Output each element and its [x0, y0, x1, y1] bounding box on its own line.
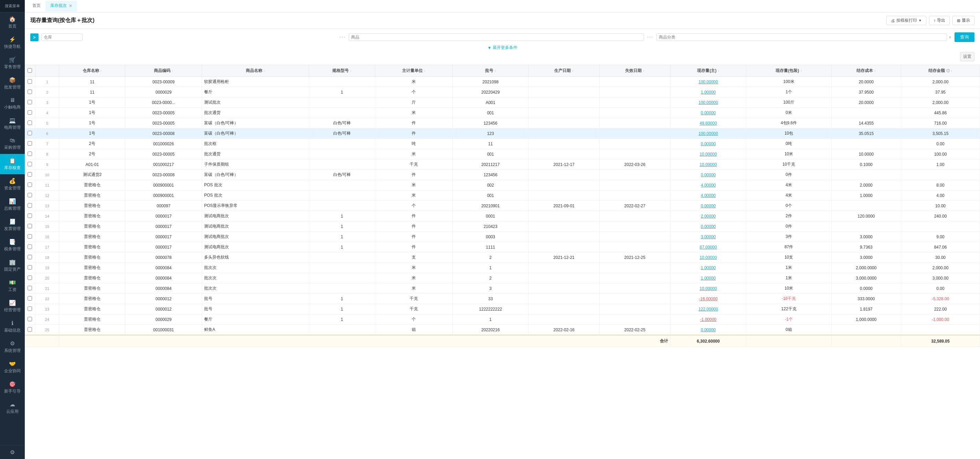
row-checkbox[interactable]	[27, 79, 32, 84]
sidebar-item-guide[interactable]: 🎯 新手引导	[0, 378, 25, 398]
select-all-checkbox[interactable]	[27, 68, 32, 73]
col-unit[interactable]: 主计量单位 ↕	[375, 65, 452, 77]
col-warehouse[interactable]: 仓库名称 ↕	[59, 65, 125, 77]
sidebar-item-inventory[interactable]: 📋 库存核查	[0, 154, 25, 174]
row-stock-main[interactable]: 0.00000	[670, 201, 746, 211]
row-checkbox[interactable]	[27, 131, 32, 135]
col-produce-date[interactable]: 生产日期 ↕	[528, 65, 599, 77]
row-stock-main[interactable]: -1.00000	[670, 314, 746, 325]
sidebar-item-salary[interactable]: 💵 工资	[0, 276, 25, 296]
row-checkbox[interactable]	[27, 306, 32, 311]
sidebar-item-shortcuts[interactable]: ⚡ 快捷导航	[0, 33, 25, 53]
sidebar-item-collab[interactable]: 🤝 企业协同	[0, 357, 25, 378]
row-checkbox[interactable]	[27, 276, 32, 280]
row-stock-main[interactable]: 100.00000	[670, 128, 746, 139]
sidebar-item-purchase[interactable]: 🛍 采购管理	[0, 134, 25, 154]
row-checkbox[interactable]	[27, 110, 32, 115]
col-stock-main[interactable]: 现存量(主) ↕	[670, 65, 746, 77]
row-stock-main[interactable]: 0.00000	[670, 325, 746, 335]
row-stock-main[interactable]: 10.00000	[670, 149, 746, 159]
row-checkbox[interactable]	[27, 162, 32, 166]
col-cost[interactable]: 结存成本 ↕	[831, 65, 901, 77]
sidebar-logo[interactable]: 搜索菜单	[0, 0, 25, 13]
row-stock-main[interactable]: 0.00000	[670, 108, 746, 118]
sidebar-item-basic[interactable]: ℹ 基础信息	[0, 316, 25, 337]
sidebar-item-accounting[interactable]: 📊 总账管理	[0, 194, 25, 215]
row-stock-main[interactable]: 100.00000	[670, 97, 746, 108]
col-expire-date[interactable]: 失效日期 ↕	[599, 65, 670, 77]
col-goods-code[interactable]: 商品编码 ↕	[125, 65, 202, 77]
row-checkbox[interactable]	[27, 183, 32, 187]
table-settings-button[interactable]: 设置	[960, 52, 975, 61]
row-checkbox[interactable]	[27, 121, 32, 125]
sidebar-item-ecom[interactable]: 💻 电商管理	[0, 114, 25, 134]
row-checkbox[interactable]	[27, 317, 32, 321]
row-stock-main[interactable]: 10.00000	[670, 284, 746, 294]
row-checkbox[interactable]	[27, 255, 32, 259]
filter-toggle-button[interactable]: >	[30, 33, 38, 41]
row-stock-main[interactable]: 4.00000	[670, 180, 746, 190]
row-checkbox[interactable]	[27, 172, 32, 177]
sidebar-item-home[interactable]: 🏠 首页	[0, 13, 25, 33]
sidebar-item-ecom-small[interactable]: 🖥 小触电商	[0, 94, 25, 114]
sidebar-item-system[interactable]: ⚙ 系统管理	[0, 337, 25, 357]
row-checkbox[interactable]	[27, 89, 32, 94]
expand-conditions[interactable]: ▼ 展开更多条件	[487, 45, 517, 51]
row-checkbox[interactable]	[27, 214, 32, 218]
row-stock-main[interactable]: 0.00000	[670, 222, 746, 232]
row-checkbox[interactable]	[27, 286, 32, 290]
sidebar-item-retail[interactable]: 🛒 零售管理	[0, 53, 25, 73]
export-button[interactable]: ↑ 导出	[929, 16, 950, 25]
col-amount[interactable]: 结存金额 ⓘ ↕	[901, 65, 980, 77]
col-batch[interactable]: 批号 ↕	[453, 65, 529, 77]
print-button[interactable]: 🖨 按模板打印 ▼	[886, 16, 926, 25]
row-checkbox[interactable]	[27, 100, 32, 104]
row-checkbox[interactable]	[27, 193, 32, 197]
sidebar-item-wholesale[interactable]: 📦 批发管理	[0, 73, 25, 94]
sidebar-item-operation[interactable]: 📈 经营管理	[0, 296, 25, 316]
row-stock-main[interactable]: 49.60000	[670, 118, 746, 128]
row-stock-main[interactable]: 3.00000	[670, 232, 746, 242]
sidebar-settings[interactable]: ⚙	[0, 445, 25, 459]
sidebar-item-tax[interactable]: 📑 税务管理	[0, 235, 25, 255]
col-goods-name[interactable]: 商品名称 ↕	[202, 65, 309, 77]
row-stock-main[interactable]: 10.00000	[670, 252, 746, 263]
sidebar-item-cloud[interactable]: ☁ 云应用	[0, 398, 25, 418]
row-stock-main[interactable]: 0.00000	[670, 170, 746, 180]
row-checkbox[interactable]	[27, 224, 32, 228]
row-stock-main[interactable]: 1.00000	[670, 263, 746, 273]
row-expire-date	[599, 87, 670, 97]
row-checkbox[interactable]	[27, 265, 32, 269]
row-checkbox[interactable]	[27, 234, 32, 239]
row-checkbox[interactable]	[27, 327, 32, 332]
row-stock-main[interactable]: 0.00000	[670, 139, 746, 149]
row-stock-main[interactable]: 10.00000	[670, 159, 746, 170]
row-checkbox[interactable]	[27, 296, 32, 301]
row-checkbox[interactable]	[27, 141, 32, 146]
row-stock-main[interactable]: 1.00000	[670, 273, 746, 284]
tab-inventory-batch[interactable]: 库存批次 ✕	[45, 1, 77, 11]
row-stock-main[interactable]: 87.00000	[670, 242, 746, 252]
display-button[interactable]: ⊞ 显示	[953, 16, 975, 25]
goods-input[interactable]	[349, 33, 644, 41]
row-warehouse: 1号	[59, 97, 125, 108]
search-button[interactable]: 查询	[955, 32, 975, 42]
category-input[interactable]	[656, 33, 947, 41]
row-checkbox[interactable]	[27, 203, 32, 208]
sidebar-item-finance[interactable]: 💰 资金管理	[0, 174, 25, 194]
sidebar-item-assets[interactable]: 🏢 固定资产	[0, 255, 25, 276]
tab-home[interactable]: 首页	[27, 1, 45, 11]
row-stock-main[interactable]: 2.00000	[670, 211, 746, 222]
row-stock-main[interactable]: 122.00000	[670, 304, 746, 314]
col-stock-unit[interactable]: 现存量(包装) ↕	[746, 65, 831, 77]
tab-close-icon[interactable]: ✕	[69, 3, 72, 8]
col-spec[interactable]: 规格型号 ↕	[309, 65, 375, 77]
sidebar-item-invoice[interactable]: 🧾 发票管理	[0, 215, 25, 235]
row-checkbox[interactable]	[27, 244, 32, 249]
warehouse-input[interactable]	[41, 33, 83, 41]
row-checkbox[interactable]	[27, 151, 32, 156]
row-stock-main[interactable]: 4.00000	[670, 190, 746, 201]
row-stock-main[interactable]: 1.00000	[670, 87, 746, 97]
row-stock-main[interactable]: -16.00000	[670, 294, 746, 304]
row-stock-main[interactable]: 100.00000	[670, 77, 746, 87]
